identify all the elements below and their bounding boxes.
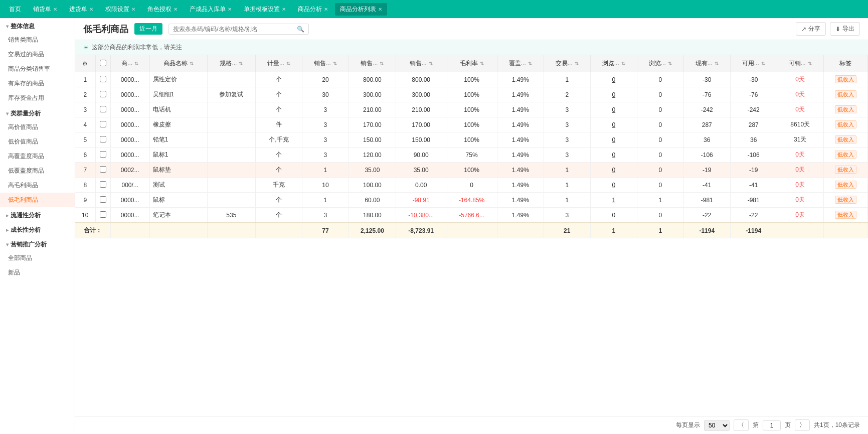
nav-item-role[interactable]: 角色授权 ✕ xyxy=(142,3,183,16)
nav-close-permission[interactable]: ✕ xyxy=(131,7,135,12)
prev-page-btn[interactable]: 〈 xyxy=(734,419,749,431)
th-settings[interactable]: ⚙ xyxy=(75,55,95,72)
browse1-link[interactable]: 0 xyxy=(612,136,615,143)
sidebar-item-traded-goods[interactable]: 交易过的商品 xyxy=(0,47,75,62)
browse1-link[interactable]: 0 xyxy=(612,76,615,83)
th-sales-qty[interactable]: 销售...⇅ xyxy=(302,55,349,72)
browse1-link[interactable]: 0 xyxy=(612,182,615,189)
td-browse1[interactable]: 0 xyxy=(590,102,637,117)
th-saleable[interactable]: 可销...⇅ xyxy=(777,55,823,72)
nav-close-purchase[interactable]: ✕ xyxy=(89,7,93,12)
td-checkbox[interactable] xyxy=(95,163,110,178)
sidebar-group-marketing[interactable]: ▾ 营销推广分析 xyxy=(0,236,75,251)
browse1-link[interactable]: 0 xyxy=(612,121,615,128)
td-browse1[interactable]: 0 xyxy=(590,163,637,178)
td-checkbox[interactable] xyxy=(95,208,110,223)
filter-btn-recent-month[interactable]: 近一月 xyxy=(134,23,162,35)
td-browse1[interactable]: 0 xyxy=(590,117,637,132)
th-tag[interactable]: 标签 xyxy=(823,55,867,72)
row-checkbox[interactable] xyxy=(100,76,106,82)
row-checkbox[interactable] xyxy=(100,136,106,142)
td-checkbox[interactable] xyxy=(95,193,110,208)
sidebar-item-capital[interactable]: 库存资金占用 xyxy=(0,91,75,105)
browse1-link[interactable]: 0 xyxy=(612,152,615,159)
td-checkbox[interactable] xyxy=(95,102,110,117)
browse1-link[interactable]: 0 xyxy=(612,106,615,113)
settings-icon[interactable]: ⚙ xyxy=(82,60,88,67)
th-available[interactable]: 可用...⇅ xyxy=(730,55,777,72)
sidebar-item-low-value[interactable]: 低价值商品 xyxy=(0,134,75,149)
td-browse1[interactable]: 0 xyxy=(590,148,637,163)
browse1-link[interactable]: 0 xyxy=(612,167,615,174)
th-name[interactable]: 商品名称⇅ xyxy=(149,55,207,72)
browse1-link[interactable]: 0 xyxy=(612,91,615,98)
td-browse1[interactable]: 0 xyxy=(590,208,637,223)
td-browse1[interactable]: 1 xyxy=(590,193,637,208)
row-checkbox[interactable] xyxy=(100,211,106,218)
sidebar-item-high-value[interactable]: 高价值商品 xyxy=(0,120,75,134)
sidebar-item-category-rate[interactable]: 商品分类销售率 xyxy=(0,62,75,76)
sidebar-group-overview[interactable]: ▾ 整体信息 xyxy=(0,18,75,33)
sidebar-group-cluster[interactable]: ▾ 类群量分析 xyxy=(0,105,75,120)
td-checkbox[interactable] xyxy=(95,87,110,102)
nav-close-analysis[interactable]: ✕ xyxy=(324,7,328,12)
search-input[interactable] xyxy=(173,26,295,33)
sidebar-item-new-goods[interactable]: 新品 xyxy=(0,265,75,280)
th-gross-margin[interactable]: 毛利率⇅ xyxy=(446,55,497,72)
search-icon[interactable]: 🔍 xyxy=(297,26,304,33)
td-checkbox[interactable] xyxy=(95,117,110,132)
sidebar-item-high-margin[interactable]: 高毛利商品 xyxy=(0,178,75,193)
row-checkbox[interactable] xyxy=(100,181,106,188)
th-sales-profit[interactable]: 销售...⇅ xyxy=(396,55,446,72)
sidebar-item-low-coverage[interactable]: 低覆盖度商品 xyxy=(0,164,75,178)
row-checkbox[interactable] xyxy=(100,91,106,97)
nav-close-analysis-list[interactable]: ✕ xyxy=(378,7,382,12)
sidebar-item-high-coverage[interactable]: 高覆盖度商品 xyxy=(0,149,75,164)
th-trade[interactable]: 交易...⇅ xyxy=(544,55,590,72)
th-current-stock[interactable]: 现有...⇅ xyxy=(683,55,730,72)
td-checkbox[interactable] xyxy=(95,72,110,87)
th-unit[interactable]: 计量...⇅ xyxy=(255,55,302,72)
row-checkbox[interactable] xyxy=(100,121,106,127)
sidebar-item-sales-goods[interactable]: 销售类商品 xyxy=(0,33,75,47)
sidebar-item-in-stock[interactable]: 有库存的商品 xyxy=(0,76,75,91)
th-code[interactable]: 商...⇅ xyxy=(110,55,149,72)
browse1-link[interactable]: 0 xyxy=(612,212,615,219)
td-browse1[interactable]: 0 xyxy=(590,72,637,87)
th-browse2[interactable]: 浏览...⇅ xyxy=(637,55,683,72)
current-page-input[interactable] xyxy=(763,420,781,430)
nav-item-product-entry[interactable]: 产成品入库单 ✕ xyxy=(185,3,237,16)
th-spec[interactable]: 规格...⇅ xyxy=(207,55,255,72)
row-checkbox[interactable] xyxy=(100,151,106,158)
nav-close-role[interactable]: ✕ xyxy=(173,7,178,12)
nav-close-product-entry[interactable]: ✕ xyxy=(228,7,232,12)
td-checkbox[interactable] xyxy=(95,148,110,163)
sidebar-group-growth[interactable]: ▸ 成长性分析 xyxy=(0,222,75,236)
th-coverage[interactable]: 覆盖...⇅ xyxy=(497,55,544,72)
td-browse1[interactable]: 0 xyxy=(590,87,637,102)
page-size-select[interactable]: 50 100 200 xyxy=(704,420,730,431)
nav-close-template[interactable]: ✕ xyxy=(282,7,286,12)
nav-item-template[interactable]: 单据模板设置 ✕ xyxy=(239,3,291,16)
nav-item-analysis-list[interactable]: 商品分析列表 ✕ xyxy=(335,3,387,16)
nav-item-permission[interactable]: 权限设置 ✕ xyxy=(100,3,140,16)
row-checkbox[interactable] xyxy=(100,106,106,112)
th-sales-price[interactable]: 销售...⇅ xyxy=(349,55,396,72)
nav-item-purchase[interactable]: 进货单 ✕ xyxy=(64,3,98,16)
td-checkbox[interactable] xyxy=(95,132,110,148)
nav-close-sales[interactable]: ✕ xyxy=(53,7,57,12)
nav-item-home[interactable]: 首页 xyxy=(4,3,26,16)
nav-item-sales[interactable]: 销货单 ✕ xyxy=(28,3,62,16)
row-checkbox[interactable] xyxy=(100,166,106,173)
sidebar-item-all-goods[interactable]: 全部商品 xyxy=(0,251,75,265)
th-browse1[interactable]: 浏览...⇅ xyxy=(590,55,637,72)
td-checkbox[interactable] xyxy=(95,178,110,193)
nav-item-analysis[interactable]: 商品分析 ✕ xyxy=(293,3,333,16)
export-button[interactable]: ⬇ 导出 xyxy=(830,22,860,36)
next-page-btn[interactable]: 〉 xyxy=(795,419,810,431)
row-checkbox[interactable] xyxy=(100,196,106,203)
browse1-link[interactable]: 1 xyxy=(612,197,615,204)
sidebar-group-flow[interactable]: ▸ 流通性分析 xyxy=(0,207,75,222)
th-checkbox[interactable] xyxy=(95,55,110,72)
td-browse1[interactable]: 0 xyxy=(590,178,637,193)
